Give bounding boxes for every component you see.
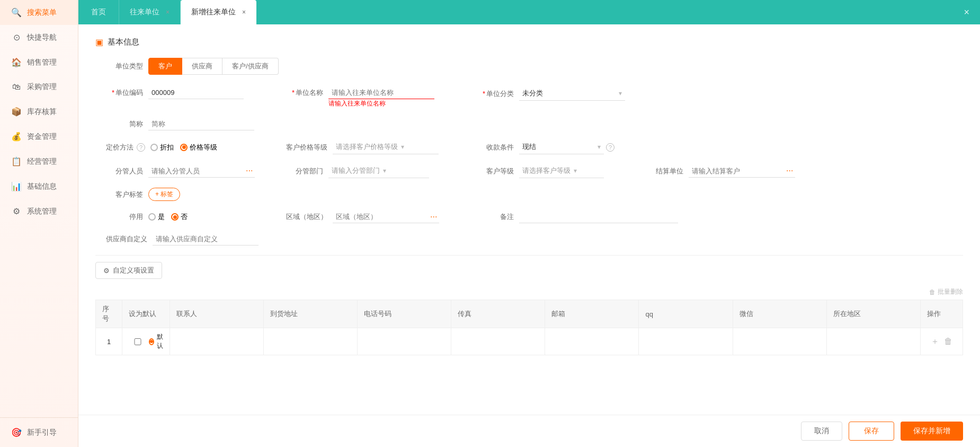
sidebar-item-finance[interactable]: 💰 资金管理 <box>0 124 78 149</box>
type-btn-both[interactable]: 客户/供应商 <box>222 58 279 75</box>
table-header-row: 序号 设为默认 联系人 到货地址 电话号码 传真 邮箱 qq 微信 所在地区 操… <box>96 300 963 328</box>
unit-code-label: *单位编码 <box>106 88 148 98</box>
inventory-icon: 📦 <box>11 107 22 117</box>
price-level-field: 客户价格等级 请选择客户价格等级 ▾ <box>286 140 456 154</box>
window-close-button[interactable]: × <box>959 5 974 20</box>
contact-table: 序号 设为默认 联系人 到货地址 电话号码 传真 邮箱 qq 微信 所在地区 操… <box>95 300 963 355</box>
settlement-field: 结算单位 ··· <box>646 165 795 178</box>
save-button[interactable]: 保存 <box>849 422 894 441</box>
unit-name-input[interactable] <box>328 86 434 99</box>
row-checkbox-1[interactable] <box>129 338 147 345</box>
dept-field: 分管部门 请输入分管部门 ▾ <box>286 164 456 178</box>
address-input-1[interactable] <box>270 338 351 346</box>
row-fax-1 <box>451 328 545 355</box>
col-phone: 电话号码 <box>358 300 451 328</box>
sidebar-bottom: 🎯 新手引导 <box>0 417 78 447</box>
manager-label: 分管人员 <box>106 166 148 176</box>
payment-help-icon[interactable]: ? <box>606 143 614 152</box>
operations-icon: 📋 <box>11 156 22 166</box>
sidebar-label-inventory: 库存核算 <box>27 107 57 117</box>
sidebar-item-system[interactable]: ⚙ 系统管理 <box>0 199 78 224</box>
sales-icon: 🏠 <box>11 57 22 67</box>
payment-terms-field: 收款条件 现结 ▾ ? <box>477 140 625 154</box>
email-input-1[interactable] <box>551 338 632 346</box>
pricing-radio-level[interactable]: 价格等级 <box>180 143 217 152</box>
payment-terms-value: 现结 <box>522 142 594 152</box>
unit-code-input[interactable] <box>148 86 244 99</box>
tab-bar: 首页 往来单位 × 新增往来单位 × × <box>78 0 980 24</box>
disabled-radio-group: 是 否 <box>148 212 188 222</box>
payment-terms-select[interactable]: 现结 ▾ <box>519 140 604 154</box>
row-default-label-1: 默认 <box>156 332 163 350</box>
disabled-radio-yes[interactable]: 是 <box>148 212 165 222</box>
sidebar-item-guide[interactable]: 🎯 新手引导 <box>0 422 78 443</box>
save-and-new-button[interactable]: 保存并新增 <box>901 422 963 441</box>
row-default-radio-1[interactable] <box>149 338 154 345</box>
settlement-ellipsis[interactable]: ··· <box>784 166 795 176</box>
wechat-input-1[interactable] <box>740 338 820 346</box>
unit-type-row: 单位类型 客户 供应商 客户/供应商 <box>106 58 963 75</box>
col-num: 序号 <box>96 300 122 328</box>
region-field: 区域（地区） ··· <box>286 211 456 223</box>
abbr-input[interactable] <box>148 118 254 130</box>
tab-party-close[interactable]: × <box>166 8 170 16</box>
disabled-radio-no[interactable]: 否 <box>171 212 188 222</box>
gear-icon: ⚙ <box>103 267 110 275</box>
row-add-btn-1[interactable]: ＋ <box>931 337 939 346</box>
qq-input-1[interactable] <box>645 338 726 346</box>
tab-party[interactable]: 往来单位 × <box>119 0 181 24</box>
pricing-radio-discount[interactable]: 折扣 <box>150 143 174 152</box>
sidebar-item-purchase[interactable]: 🛍 采购管理 <box>0 75 78 99</box>
settlement-input[interactable] <box>689 165 784 177</box>
col-address: 到货地址 <box>264 300 358 328</box>
price-level-select[interactable]: 请选择客户价格等级 ▾ <box>333 140 439 154</box>
row-qq-1 <box>639 328 733 355</box>
sidebar-item-search[interactable]: 🔍 搜索菜单 <box>0 0 78 25</box>
customer-level-field: 客户等级 请选择客户等级 ▾ <box>477 164 625 178</box>
sidebar-item-operations[interactable]: 📋 经营管理 <box>0 149 78 174</box>
code-name-category-row: *单位编码 *单位名称 请输入往来单位名称 *单位分类 <box>106 86 963 108</box>
fax-input-1[interactable] <box>458 338 538 346</box>
cancel-button[interactable]: 取消 <box>801 422 842 441</box>
dept-select[interactable]: 请输入分管部门 ▾ <box>328 164 429 178</box>
unit-name-label: *单位名称 <box>286 88 328 98</box>
tags-row: 客户标签 + 标签 <box>106 188 963 201</box>
sidebar-item-quick-nav[interactable]: ⊙ 快捷导航 <box>0 25 78 50</box>
sidebar-item-sales[interactable]: 🏠 销售管理 <box>0 50 78 75</box>
region-input[interactable] <box>333 211 428 223</box>
dept-placeholder: 请输入分管部门 <box>332 166 380 176</box>
custom-settings-button[interactable]: ⚙ 自定义项设置 <box>95 262 162 279</box>
remark-input[interactable] <box>519 211 678 223</box>
delete-icon: 🗑 <box>929 288 936 296</box>
region-label: 区域（地区） <box>286 212 333 222</box>
region-ellipsis[interactable]: ··· <box>428 212 439 222</box>
tab-new-party[interactable]: 新增往来单位 × <box>181 0 256 24</box>
supplier-custom-input[interactable] <box>153 233 259 246</box>
type-btn-supplier[interactable]: 供应商 <box>182 58 222 75</box>
supplier-custom-row: 供应商自定义 <box>106 233 963 246</box>
tab-home[interactable]: 首页 <box>78 0 119 24</box>
col-default: 设为默认 <box>122 300 170 328</box>
unit-category-select[interactable]: 未分类 ▾ <box>519 86 625 101</box>
section-icon: ▣ <box>95 37 103 47</box>
add-tag-button[interactable]: + 标签 <box>148 188 180 201</box>
manager-input[interactable] <box>148 165 244 177</box>
col-wechat: 微信 <box>733 300 826 328</box>
tags-label: 客户标签 <box>106 190 148 199</box>
pricing-radio-group: 折扣 价格等级 <box>150 143 217 152</box>
region-input-1[interactable] <box>833 338 914 346</box>
sidebar-item-basic-info[interactable]: 📊 基础信息 <box>0 174 78 199</box>
row-delete-btn-1[interactable]: 🗑 <box>944 337 952 346</box>
sidebar-item-inventory[interactable]: 📦 库存核算 <box>0 99 78 124</box>
manager-ellipsis[interactable]: ··· <box>244 166 255 176</box>
unit-type-group: 客户 供应商 客户/供应商 <box>148 58 279 75</box>
finance-icon: 💰 <box>11 132 22 142</box>
section-title: 基本信息 <box>108 37 139 47</box>
phone-input-1[interactable] <box>364 338 444 346</box>
pricing-help-icon[interactable]: ? <box>137 143 145 152</box>
tab-new-party-close[interactable]: × <box>242 8 246 16</box>
customer-level-select[interactable]: 请选择客户等级 ▾ <box>519 164 604 178</box>
type-btn-customer[interactable]: 客户 <box>148 58 182 75</box>
contact-input-1[interactable] <box>176 338 257 346</box>
row-contact-1 <box>170 328 264 355</box>
